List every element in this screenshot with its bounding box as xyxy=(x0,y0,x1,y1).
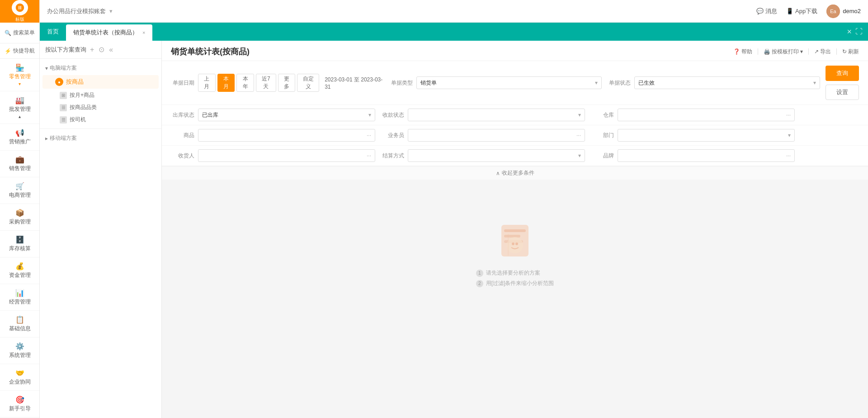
quick-nav-button[interactable]: ⚡ 快捷导航 xyxy=(0,43,39,59)
receiver-label: 收货人 xyxy=(171,152,194,160)
tab-close-all-button[interactable]: × xyxy=(847,27,852,37)
tab-maximize-button[interactable]: ⛶ xyxy=(855,28,863,36)
mobile-scheme-title[interactable]: ▸ 移动端方案 xyxy=(40,132,161,145)
scheme-by-category-label: 按商品品类 xyxy=(70,104,97,111)
sidebar-item-marketing[interactable]: 📢 营销推广 xyxy=(0,124,39,151)
shortcut-last-month[interactable]: 上月 xyxy=(198,74,216,92)
print-icon: 🖨️ xyxy=(764,48,770,55)
sidebar-item-finance[interactable]: 💰 资金管理 xyxy=(0,257,39,284)
svg-point-8 xyxy=(515,242,518,245)
svg-text:Ea: Ea xyxy=(830,9,837,14)
workspace-caret[interactable]: ▾ xyxy=(109,8,113,14)
export-button[interactable]: ↗ 导出 xyxy=(814,48,831,56)
message-icon: 💬 xyxy=(756,8,764,14)
expand-icon: ▾ xyxy=(19,81,21,86)
shortcut-this-year[interactable]: 本年 xyxy=(236,74,254,92)
scheme-item-by-product[interactable]: ● 按商品 xyxy=(42,75,159,89)
desktop-scheme-group: ▾ 电脑端方案 ● 按商品 ⊞ 按月+商品 ☰ 按商品品类 ☰ 按司 xyxy=(40,59,161,128)
shortcut-custom[interactable]: 自定义 xyxy=(297,74,319,92)
shortcut-this-month[interactable]: 本月 xyxy=(217,74,235,92)
collect-status-label: 收款状态 xyxy=(381,111,404,119)
desktop-scheme-title[interactable]: ▾ 电脑端方案 xyxy=(40,62,161,75)
print-button[interactable]: 🖨️ 按模板打印 ▾ xyxy=(764,48,803,56)
mobile-group-arrow-icon: ▸ xyxy=(45,135,48,142)
mobile-group-label: 移动端方案 xyxy=(50,134,77,142)
payment-select[interactable]: ▾ xyxy=(408,149,585,162)
add-scheme-button[interactable]: + xyxy=(89,46,95,54)
query-button[interactable]: 查询 xyxy=(826,66,859,81)
warehouse-dots[interactable]: ··· xyxy=(786,112,791,118)
app-logo[interactable]: 标版 xyxy=(0,0,39,23)
search-menu-button[interactable]: 🔍 搜索菜单 xyxy=(3,26,37,39)
payment-caret: ▾ xyxy=(578,152,581,159)
search-section: 🔍 搜索菜单 xyxy=(0,23,39,43)
warehouse-input[interactable]: ··· xyxy=(618,109,795,121)
main-panel: 销货单统计表(按商品) ❓ 帮助 🖨️ 按模板打印 ▾ ↗ xyxy=(162,41,868,418)
dept-label: 部门 xyxy=(590,132,614,139)
help-button[interactable]: ❓ 帮助 xyxy=(733,48,752,56)
purchase-icon: 📦 xyxy=(15,209,24,217)
phone-icon: 📱 xyxy=(786,8,793,14)
sidebar-item-wholesale[interactable]: 🏭 批发管理 ▴ xyxy=(0,91,39,124)
product-input[interactable]: ··· xyxy=(198,129,375,142)
receiver-dots[interactable]: ··· xyxy=(367,152,371,159)
sidebar-item-enterprise[interactable]: 🤝 企业协同 xyxy=(0,364,39,391)
sidebar-item-sales[interactable]: 💼 销售管理 xyxy=(0,151,39,177)
collapse-filter-bar[interactable]: ∧ 收起更多条件 xyxy=(162,166,868,180)
enterprise-icon: 🤝 xyxy=(15,369,24,377)
doc-type-select[interactable]: 销货单 ▾ xyxy=(416,76,602,89)
brand-dots[interactable]: ··· xyxy=(786,152,791,159)
finance-icon: 💰 xyxy=(15,262,24,271)
out-status-label: 出库状态 xyxy=(171,111,194,119)
desktop-group-label: 电脑端方案 xyxy=(50,64,77,72)
settings-button[interactable]: 设置 xyxy=(826,85,859,100)
product-dots[interactable]: ··· xyxy=(367,132,371,138)
scheme-sub-by-category[interactable]: ☰ 按商品品类 xyxy=(40,101,161,114)
nav-icon: ⚡ xyxy=(5,48,11,54)
sidebar-item-system[interactable]: ⚙️ 系统管理 xyxy=(0,337,39,364)
scheme-sub-by-printer[interactable]: ☰ 按司机 xyxy=(40,114,161,126)
salesperson-dots[interactable]: ··· xyxy=(576,132,581,138)
page-actions: ❓ 帮助 🖨️ 按模板打印 ▾ ↗ 导出 xyxy=(733,48,859,56)
product-label: 商品 xyxy=(171,132,194,139)
home-tab-label: 首页 xyxy=(47,28,59,36)
sidebar-item-purchase[interactable]: 📦 采购管理 xyxy=(0,204,39,231)
sidebar-item-operations[interactable]: 📊 经营管理 xyxy=(0,284,39,311)
receiver-input[interactable]: ··· xyxy=(198,149,375,162)
shortcut-7days[interactable]: 近7天 xyxy=(256,74,276,92)
sidebar-item-retail[interactable]: 🏪 零售管理 ▾ xyxy=(0,59,39,91)
tab-close-button[interactable]: × xyxy=(142,30,145,35)
sidebar-item-newuser[interactable]: 🎯 新手引导 xyxy=(0,391,39,418)
sidebar-item-inventory[interactable]: 🗄️ 库存核算 xyxy=(0,231,39,257)
app-download-button[interactable]: 📱 App下载 xyxy=(786,7,817,15)
user-avatar: Ea xyxy=(826,5,840,18)
message-button[interactable]: 💬 消息 xyxy=(756,7,777,15)
refresh-button[interactable]: ↻ 刷新 xyxy=(842,48,859,56)
header-actions: 💬 消息 📱 App下载 Ea demo2 xyxy=(756,5,861,18)
content-area: 按以下方案查询 + ⊙ « ▾ 电脑端方案 ● 按商品 ⊞ 按月+商品 xyxy=(40,41,868,418)
collapse-panel-button[interactable]: « xyxy=(108,46,114,54)
divider-2 xyxy=(808,48,809,55)
doc-type-label: 单据类型 xyxy=(389,79,413,87)
scheme-sub-by-month-product[interactable]: ⊞ 按月+商品 xyxy=(40,89,161,101)
shortcut-more[interactable]: 更多 xyxy=(278,74,296,92)
brand-input[interactable]: ··· xyxy=(618,149,795,162)
salesperson-input[interactable]: ··· xyxy=(408,129,585,142)
tab-home[interactable]: 首页 xyxy=(40,23,66,41)
warehouse-label: 仓库 xyxy=(590,111,614,119)
refresh-scheme-button[interactable]: ⊙ xyxy=(98,45,105,54)
collect-status-select[interactable]: ▾ xyxy=(408,109,585,121)
refresh-icon: ↻ xyxy=(842,48,847,55)
newuser-icon: 🎯 xyxy=(15,395,24,404)
out-status-select[interactable]: 已出库 ▾ xyxy=(198,109,375,121)
dept-select[interactable]: ▾ xyxy=(618,129,795,142)
sidebar-item-basics[interactable]: 📋 基础信息 xyxy=(0,311,39,337)
left-panel: 按以下方案查询 + ⊙ « ▾ 电脑端方案 ● 按商品 ⊞ 按月+商品 xyxy=(40,41,162,418)
scheme-by-month-product-label: 按月+商品 xyxy=(70,91,94,99)
empty-steps-container: 1 请先选择要分析的方案 2 用[过滤]条件来缩小分析范围 xyxy=(476,269,554,287)
tab-report[interactable]: 销货单统计表（按商品） × xyxy=(66,24,152,41)
doc-status-select[interactable]: 已生效 ▾ xyxy=(634,76,820,89)
system-icon: ⚙️ xyxy=(15,342,24,351)
sidebar-item-ecommerce[interactable]: 🛒 电商管理 xyxy=(0,177,39,204)
user-profile[interactable]: Ea demo2 xyxy=(826,5,861,18)
